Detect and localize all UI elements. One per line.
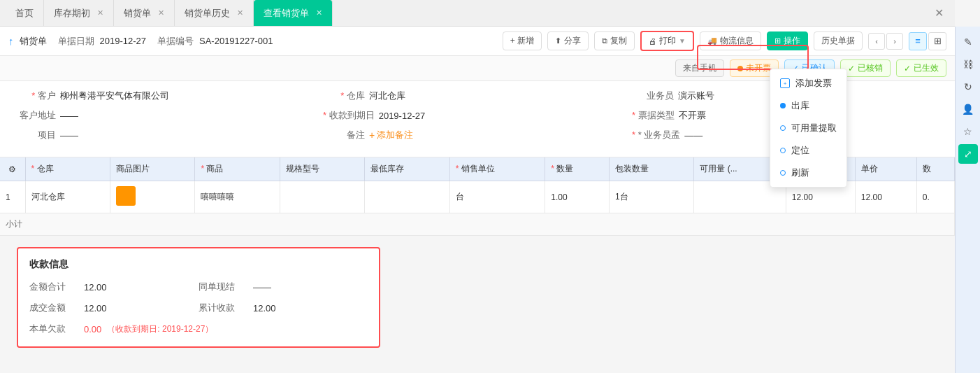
- new-label: + 新增: [510, 35, 534, 47]
- col-product: * 商品: [195, 157, 280, 181]
- row-amount: 0.: [916, 181, 954, 213]
- subtotal-label: 小计: [0, 213, 955, 236]
- tab-home-label: 首页: [15, 7, 34, 20]
- col-amount: 数: [916, 157, 954, 181]
- agent-field: * 业务员孟 ——: [632, 129, 941, 141]
- warehouse-field: 仓库 河北仓库: [323, 90, 632, 102]
- payment-date-value: 2019-12-27: [379, 111, 426, 121]
- new-button[interactable]: + 新增: [503, 31, 542, 50]
- row-min-stock: [365, 181, 449, 213]
- warehouse-label: 仓库: [323, 90, 365, 102]
- payment-title: 收款信息: [29, 258, 368, 271]
- row-spec: [280, 181, 364, 213]
- logistics-button[interactable]: 🚚 物流信息: [700, 31, 761, 50]
- cumulative-label: 累计收款: [199, 302, 247, 314]
- operations-button[interactable]: ⊞ 操作: [767, 31, 808, 50]
- col-current-stock: 现存量: [786, 157, 855, 181]
- col-unit: * 销售单位: [449, 157, 545, 181]
- address-label: 客户地址: [14, 109, 56, 122]
- balance-value: 0.00: [84, 324, 101, 335]
- not-opened-label: 未开票: [746, 62, 771, 74]
- cumulative-row: 累计收款 12.00: [199, 300, 368, 316]
- list-view-button[interactable]: ≡: [909, 32, 927, 50]
- salesperson-value: 演示账号: [678, 90, 714, 102]
- sidebar-link-icon[interactable]: ⛓: [958, 55, 978, 74]
- warehouse-value: 河北仓库: [369, 90, 405, 102]
- share-button[interactable]: ⬆ 分享: [547, 31, 589, 50]
- address-field: 客户地址 ——: [14, 109, 323, 122]
- right-sidebar: ✎ ⛓ ↻ 👤 ☆ ⤢: [955, 27, 980, 359]
- tab-sales-history[interactable]: 销货单历史 ✕: [175, 0, 254, 26]
- products-table-container: ⚙ * 仓库 商品图片 * 商品 规格型号 最低库存 * 销售单位 * 数量 包…: [0, 157, 955, 236]
- add-note-button[interactable]: 添加备注: [369, 129, 413, 141]
- balance-label: 本单欠款: [29, 323, 78, 335]
- tab-bar: 首页 库存期初 ✕ 销货单 ✕ 销货单历史 ✕ 查看销货单 ✕ ✕: [0, 0, 955, 27]
- sidebar-user-icon[interactable]: 👤: [958, 99, 978, 119]
- tab-sales-label: 销货单: [124, 7, 151, 20]
- prev-button[interactable]: ‹: [868, 33, 885, 50]
- tab-sales[interactable]: 销货单 ✕: [114, 0, 175, 26]
- payment-date-field: 收款到期日 2019-12-27: [323, 109, 632, 122]
- logistics-label: 物流信息: [720, 35, 754, 47]
- grid-view-button[interactable]: ⊞: [928, 32, 946, 50]
- deal-amount-value: 12.00: [84, 303, 107, 314]
- copy-button[interactable]: ⧉ 复制: [594, 31, 635, 50]
- view-toggle: ≡ ⊞: [909, 32, 946, 50]
- agent-label: * 业务员孟: [632, 129, 680, 141]
- salesperson-field: 业务员 演示账号: [632, 90, 941, 102]
- from-mobile-badge[interactable]: 来自手机: [675, 59, 724, 77]
- invoice-value: 不开票: [679, 109, 706, 122]
- confirm-badge[interactable]: ✓ 已确认: [784, 59, 835, 77]
- tab-view-sales[interactable]: 查看销货单 ✕: [254, 0, 333, 26]
- row-qty: 1.00: [545, 181, 610, 213]
- window-close-button[interactable]: ✕: [929, 6, 949, 20]
- history-button[interactable]: 历史单据: [814, 31, 863, 50]
- sidebar-star-icon[interactable]: ☆: [958, 122, 978, 141]
- share-label: 分享: [564, 35, 581, 47]
- tab-sales-history-close[interactable]: ✕: [237, 8, 243, 17]
- confirm-label: 已确认: [802, 62, 827, 74]
- project-value: ——: [60, 130, 78, 141]
- customer-label: 客户: [14, 90, 56, 102]
- row-warehouse: 河北仓库: [25, 181, 110, 213]
- tab-view-sales-label: 查看销货单: [264, 7, 309, 20]
- balance-note: （收款到期日: 2019-12-27）: [107, 323, 213, 335]
- total-label: 金额合计: [29, 281, 78, 293]
- settlement-label: 同单现结: [199, 281, 247, 293]
- tab-inventory[interactable]: 库存期初 ✕: [44, 0, 114, 26]
- tab-sales-close[interactable]: ✕: [158, 8, 164, 17]
- products-table: ⚙ * 仓库 商品图片 * 商品 规格型号 最低库存 * 销售单位 * 数量 包…: [0, 157, 955, 236]
- print-label: 打印: [659, 35, 676, 47]
- form-row-3: 项目 —— 备注 添加备注 * 业务员孟 ——: [14, 129, 941, 141]
- customer-field: 客户 柳州粤港平安气体有限公司: [14, 90, 323, 102]
- payment-grid: 金额合计 12.00 同单现结 —— 成交金额 12.00 累计收款 12.00…: [29, 279, 368, 337]
- number-value: SA-20191227-001: [199, 36, 273, 46]
- print-button[interactable]: 🖨 打印 ▼: [640, 31, 694, 51]
- col-settings: ⚙: [0, 157, 25, 181]
- col-pack-qty: 包装数量: [609, 157, 693, 181]
- customer-value: 柳州粤港平安气体有限公司: [60, 90, 169, 102]
- project-field: 项目 ——: [14, 129, 323, 141]
- cancelled-badge[interactable]: ✓ 已核销: [840, 59, 891, 77]
- tab-inventory-label: 库存期初: [54, 7, 90, 20]
- row-product: 嘻嘻嘻嘻: [195, 181, 280, 213]
- operations-label: 操作: [784, 35, 800, 47]
- tab-view-sales-close[interactable]: ✕: [316, 8, 322, 17]
- sidebar-refresh-icon[interactable]: ↻: [958, 77, 978, 97]
- not-opened-badge[interactable]: 未开票: [730, 59, 779, 77]
- payment-section: 收款信息 金额合计 12.00 同单现结 —— 成交金额 12.00 累计收款 …: [17, 247, 380, 348]
- doc-type-label: 销货单: [20, 35, 47, 48]
- tab-inventory-close[interactable]: ✕: [97, 8, 103, 17]
- settlement-value: ——: [253, 282, 271, 293]
- form-row-2: 客户地址 —— 收款到期日 2019-12-27 票据类型 不开票: [14, 109, 941, 122]
- effective-badge[interactable]: ✓ 已生效: [896, 59, 946, 77]
- from-mobile-label: 来自手机: [683, 62, 716, 74]
- tab-home[interactable]: 首页: [6, 0, 44, 26]
- nav-arrows: ‹ ›: [868, 33, 903, 50]
- sidebar-edit-icon[interactable]: ✎: [958, 32, 978, 52]
- sidebar-expand-icon[interactable]: ⤢: [958, 144, 978, 164]
- next-button[interactable]: ›: [886, 33, 903, 50]
- cancelled-label: 已核销: [858, 62, 883, 74]
- doc-number-info: 单据编号 SA-20191227-001: [157, 35, 273, 48]
- col-unit-price: 单价: [855, 157, 916, 181]
